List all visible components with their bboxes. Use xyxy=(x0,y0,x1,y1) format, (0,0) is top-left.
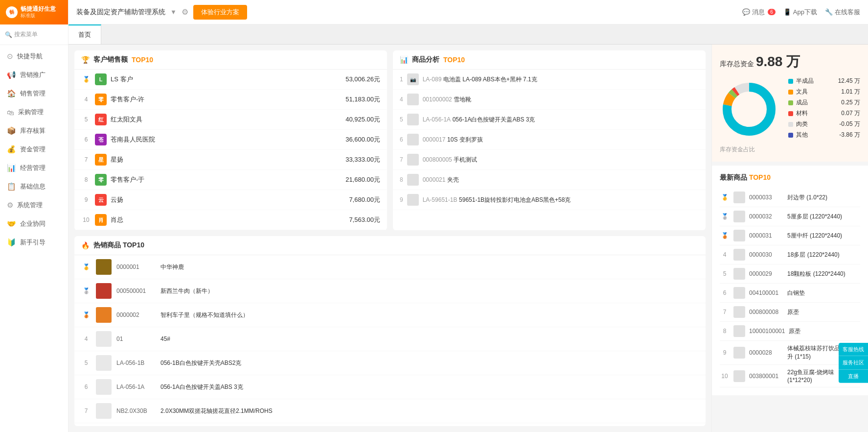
inventory-title: 库存总资金 9.88 万 xyxy=(720,52,860,71)
hot-product-thumbnail xyxy=(96,307,112,323)
legend-dot xyxy=(788,90,793,95)
product-thumbnail xyxy=(407,194,419,206)
sidebar-item-operations[interactable]: 📊 经营管理 xyxy=(0,159,68,177)
product-ranking-panel: 📊 商品分析 TOP10 1 📷 LA-089 电池盖 LA-089 ABS本色… xyxy=(393,50,706,230)
list-item: 7 NB2.0X30B 2.0X30MM双搓花轴搓花直径2.1MM/ROHS xyxy=(74,399,706,423)
avatar: 肖 xyxy=(95,214,107,226)
list-item: 5 0000029 18颗粒板 (1220*2440) xyxy=(720,264,860,284)
system-dropdown-icon[interactable]: ▼ xyxy=(170,8,177,16)
message-icon: 💬 xyxy=(742,8,750,16)
marketing-icon: 📢 xyxy=(7,71,16,79)
table-row: 🥇 L LS 客户 53,006.26元 xyxy=(74,70,387,90)
top-header: 装备及固定资产辅助管理系统 ▼ ⚙ 体验行业方案 💬 消息 6 📱 App下载 … xyxy=(69,0,868,24)
sidebar-item-enterprise[interactable]: 🤝 企业协同 xyxy=(0,215,68,233)
sidebar-item-guide[interactable]: 🔰 新手引导 xyxy=(0,233,68,252)
content-tabs: 首页 xyxy=(69,24,868,45)
list-item: 🥇 0000033 封边带 (1.0*22) xyxy=(720,188,860,207)
product-ranking-list: 1 📷 LA-089 电池盖 LA-089 ABS本色+黑种 7.1克 4 00… xyxy=(393,70,706,210)
online-service-button[interactable]: 🔧 在线客服 xyxy=(825,8,860,17)
legend-item-stationery: 文具 1.01 万 xyxy=(788,88,860,96)
logo-icon: 畅 xyxy=(6,6,18,18)
legend-dot xyxy=(788,122,793,127)
hot-product-thumbnail xyxy=(96,331,112,347)
operations-icon: 📊 xyxy=(7,164,16,172)
app-download-button[interactable]: 📱 App下载 xyxy=(783,8,817,17)
product-thumbnail: 📷 xyxy=(407,73,419,85)
newest-thumbnail xyxy=(733,347,745,359)
fire-icon: 🔥 xyxy=(81,241,90,249)
inventory-legend: 半成品 12.45 万 文具 1.01 万 成品 0.25 万 xyxy=(788,77,860,142)
hot-products-list: 🥇 0000001 中华神鹿 🥈 000500001 新西兰牛肉（新牛） 🥉 xyxy=(74,255,706,426)
logo-badge: 标准版 xyxy=(21,12,56,19)
panels-area: 🏆 客户销售额 TOP10 🥇 L LS 客户 53,006.26元 4 xyxy=(69,45,711,432)
newest-thumbnail xyxy=(733,192,745,203)
inventory-subtitle: 库存资金占比 xyxy=(720,145,860,154)
list-item: 5 LA-056-1B 056-1B白色按键开关壳ABS2克 xyxy=(74,351,706,375)
table-row: 8 0000021 夹壳 xyxy=(393,170,706,190)
table-row: 4 零 零售客户-许 51,183.00元 xyxy=(74,90,387,110)
sales-icon: 🏠 xyxy=(7,89,16,98)
tab-home[interactable]: 首页 xyxy=(69,24,101,44)
guide-icon: 🔰 xyxy=(7,238,16,247)
sidebar-nav: ⊙ 快捷导航 📢 营销推广 🏠 销售管理 🛍 采购管理 📦 库存核算 💰 资金管… xyxy=(0,45,68,432)
live-stream-button[interactable]: 直播 xyxy=(839,370,868,383)
customer-ranking-list: 🥇 L LS 客户 53,006.26元 4 零 零售客户-许 51,183.0… xyxy=(74,70,387,230)
table-row: 8 零 零售客户-于 21,680.00元 xyxy=(74,170,387,190)
newest-thumbnail xyxy=(733,211,745,222)
product-thumbnail xyxy=(407,134,419,145)
list-item: 🥉 0000002 智利车子里（规格不知道填什么） xyxy=(74,303,706,327)
main-area: 装备及固定资产辅助管理系统 ▼ ⚙ 体验行业方案 💬 消息 6 📱 App下载 … xyxy=(69,0,868,432)
list-item: 🥉 0000031 5厘中纤 (1220*2440) xyxy=(720,226,860,245)
sidebar-item-marketing[interactable]: 📢 营销推广 xyxy=(0,66,68,84)
legend-item-finished: 成品 0.25 万 xyxy=(788,98,860,107)
message-badge: 6 xyxy=(768,9,776,15)
sidebar-item-finance[interactable]: 💰 资金管理 xyxy=(0,140,68,159)
legend-item-meat: 肉类 -0.05 万 xyxy=(788,120,860,128)
avatar: L xyxy=(95,73,107,85)
list-item: 🥇 0000001 中华神鹿 xyxy=(74,255,706,279)
experience-button[interactable]: 体验行业方案 xyxy=(193,5,247,20)
product-thumbnail xyxy=(407,114,419,125)
service-icon: 🔧 xyxy=(825,8,833,16)
avatar: 苍 xyxy=(95,134,107,145)
hot-products-header: 🔥 热销商品 TOP10 xyxy=(74,236,706,255)
legend-item-other: 其他 -3.86 万 xyxy=(788,131,860,139)
sidebar-item-purchase[interactable]: 🛍 采购管理 xyxy=(0,103,68,121)
table-row: 9 云 云扬 7,680.00元 xyxy=(74,190,387,210)
table-row: 7 000800005 手机测试 xyxy=(393,150,706,170)
newest-thumbnail xyxy=(733,306,745,318)
service-community-button[interactable]: 服务社区 xyxy=(839,356,868,369)
app-icon: 📱 xyxy=(783,8,791,16)
inventory-icon: 📦 xyxy=(7,126,16,135)
finance-icon: 💰 xyxy=(7,145,16,154)
table-row: 10 肖 肖总 7,563.00元 xyxy=(74,210,387,230)
table-row: 7 星 星扬 33,333.00元 xyxy=(74,150,387,170)
newest-thumbnail xyxy=(733,325,745,337)
sidebar-item-basics[interactable]: 📋 基础信息 xyxy=(0,177,68,196)
sidebar-item-sales[interactable]: 🏠 销售管理 xyxy=(0,84,68,103)
basics-icon: 📋 xyxy=(7,182,16,191)
table-row: 6 苍 苍南县人民医院 36,600.00元 xyxy=(74,130,387,150)
hot-product-thumbnail xyxy=(96,259,112,275)
sidebar-item-inventory[interactable]: 📦 库存核算 xyxy=(0,121,68,140)
table-row: 5 LA-056-1A 056-1A白色按键开关盖ABS 3克 xyxy=(393,110,706,130)
customer-hotline-button[interactable]: 客服热线 xyxy=(839,343,868,356)
message-button[interactable]: 💬 消息 6 xyxy=(742,8,776,17)
sidebar-item-quick-nav[interactable]: ⊙ 快捷导航 xyxy=(0,47,68,66)
legend-dot xyxy=(788,111,793,116)
table-row: 9 LA-59651-1B 59651-1B旋转投影灯电池盒ABS黑色+58克 xyxy=(393,190,706,210)
hot-product-thumbnail xyxy=(96,355,112,371)
hot-product-thumbnail xyxy=(96,379,112,395)
customer-ranking-header: 🏆 客户销售额 TOP10 xyxy=(74,50,387,70)
system-title: 装备及固定资产辅助管理系统 xyxy=(76,8,165,17)
search-icon: 🔍 xyxy=(5,31,12,38)
sidebar-item-system[interactable]: ⚙ 系统管理 xyxy=(0,196,68,215)
table-row: 5 红 红太阳文具 40,925.00元 xyxy=(74,110,387,130)
product-thumbnail xyxy=(407,154,419,166)
donut-area: 半成品 12.45 万 文具 1.01 万 成品 0.25 万 xyxy=(720,77,860,142)
search-menu-button[interactable]: 🔍 搜索菜单 xyxy=(5,28,63,41)
settings-icon[interactable]: ⚙ xyxy=(182,7,188,17)
table-row: 1 📷 LA-089 电池盖 LA-089 ABS本色+黑种 7.1克 xyxy=(393,70,706,90)
top-panels: 🏆 客户销售额 TOP10 🥇 L LS 客户 53,006.26元 4 xyxy=(74,50,706,230)
newest-thumbnail xyxy=(733,268,745,280)
